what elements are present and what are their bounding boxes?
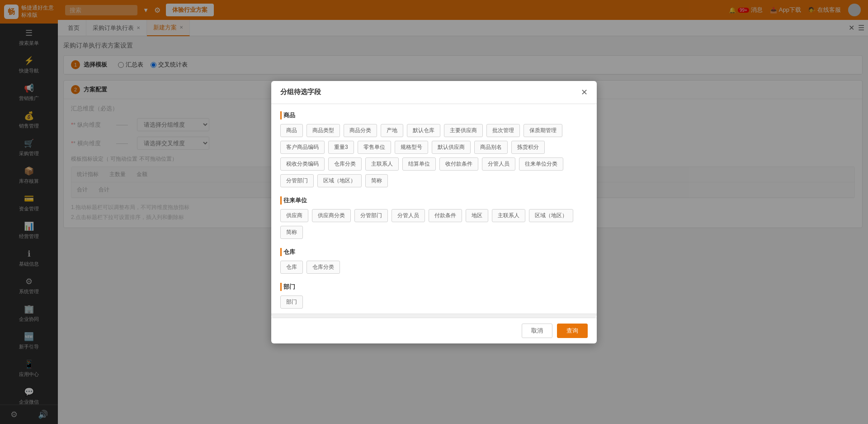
field-select-modal: 分组待选字段 ✕ 商品 商品 商品类型 商品分类 产地 默认仓库 主要供应商 批… — [271, 81, 597, 343]
chip-product-6[interactable]: 批次管理 — [486, 124, 520, 137]
modal-cancel-btn[interactable]: 取消 — [522, 324, 552, 338]
field-group-warehouse: 仓库 仓库 仓库分类 — [280, 248, 588, 274]
chip-product-16[interactable]: 仓库分类 — [328, 157, 362, 171]
chip-product-5[interactable]: 主要供应商 — [444, 124, 483, 137]
field-group-product-title: 商品 — [280, 111, 588, 119]
chip-product-12[interactable]: 默认供应商 — [432, 141, 471, 154]
modal-title: 分组待选字段 — [280, 88, 321, 96]
chip-product-4[interactable]: 默认仓库 — [407, 124, 440, 137]
chip-product-23[interactable]: 区域（地区） — [317, 174, 362, 187]
field-chips-product: 商品 商品类型 商品分类 产地 默认仓库 主要供应商 批次管理 保质期管理 客户… — [280, 124, 588, 187]
chip-partner-0[interactable]: 供应商 — [280, 209, 308, 222]
chip-product-20[interactable]: 分管人员 — [482, 157, 515, 171]
chip-product-7[interactable]: 保质期管理 — [524, 124, 562, 137]
chip-product-0[interactable]: 商品 — [280, 124, 303, 137]
chip-partner-7[interactable]: 区域（地区） — [529, 209, 573, 222]
chip-partner-4[interactable]: 付款条件 — [429, 209, 462, 222]
field-chips-department: 部门 — [280, 295, 588, 309]
field-chips-warehouse: 仓库 仓库分类 — [280, 261, 588, 274]
field-group-department-title: 部门 — [280, 283, 588, 291]
chip-product-19[interactable]: 收付款条件 — [439, 157, 478, 171]
modal-footer: 取消 查询 — [271, 318, 597, 343]
chip-partner-6[interactable]: 主联系人 — [492, 209, 525, 222]
modal-header: 分组待选字段 ✕ — [271, 81, 597, 104]
chip-product-22[interactable]: 分管部门 — [280, 174, 314, 187]
chip-product-18[interactable]: 结算单位 — [402, 157, 436, 171]
chip-partner-5[interactable]: 地区 — [466, 209, 488, 222]
modal-overlay: 分组待选字段 ✕ 商品 商品 商品类型 商品分类 产地 默认仓库 主要供应商 批… — [0, 0, 868, 424]
chip-partner-1[interactable]: 供应商分类 — [312, 209, 351, 222]
chip-partner-2[interactable]: 分管部门 — [354, 209, 388, 222]
chip-product-1[interactable]: 商品类型 — [307, 124, 340, 137]
modal-confirm-btn[interactable]: 查询 — [557, 324, 588, 338]
field-group-department: 部门 部门 — [280, 283, 588, 309]
chip-warehouse-1[interactable]: 仓库分类 — [307, 261, 340, 274]
field-chips-partner: 供应商 供应商分类 分管部门 分管人员 付款条件 地区 主联系人 区域（地区） … — [280, 209, 588, 239]
chip-product-3[interactable]: 产地 — [381, 124, 403, 137]
field-group-product: 商品 商品 商品类型 商品分类 产地 默认仓库 主要供应商 批次管理 保质期管理… — [280, 111, 588, 187]
chip-product-17[interactable]: 主联系人 — [365, 157, 399, 171]
chip-product-24[interactable]: 简称 — [365, 174, 388, 187]
chip-partner-3[interactable]: 分管人员 — [392, 209, 425, 222]
chip-product-13[interactable]: 商品别名 — [474, 141, 508, 154]
chip-product-10[interactable]: 零售单位 — [358, 141, 391, 154]
chip-product-11[interactable]: 规格型号 — [395, 141, 428, 154]
field-group-warehouse-title: 仓库 — [280, 248, 588, 256]
chip-product-21[interactable]: 往来单位分类 — [519, 157, 563, 171]
chip-product-9[interactable]: 重量3 — [328, 141, 354, 154]
modal-hscroll[interactable] — [271, 314, 597, 317]
chip-warehouse-0[interactable]: 仓库 — [280, 261, 303, 274]
chip-department-0[interactable]: 部门 — [280, 295, 303, 309]
chip-partner-8[interactable]: 简称 — [280, 226, 303, 239]
modal-body: 商品 商品 商品类型 商品分类 产地 默认仓库 主要供应商 批次管理 保质期管理… — [271, 104, 597, 314]
chip-product-8[interactable]: 客户商品编码 — [280, 141, 325, 154]
field-group-partner-title: 往来单位 — [280, 196, 588, 205]
field-group-partner: 往来单位 供应商 供应商分类 分管部门 分管人员 付款条件 地区 主联系人 区域… — [280, 196, 588, 239]
chip-product-15[interactable]: 税收分类编码 — [280, 157, 325, 171]
chip-product-14[interactable]: 拣货积分 — [511, 141, 545, 154]
modal-close-btn[interactable]: ✕ — [581, 87, 588, 97]
chip-product-2[interactable]: 商品分类 — [344, 124, 377, 137]
